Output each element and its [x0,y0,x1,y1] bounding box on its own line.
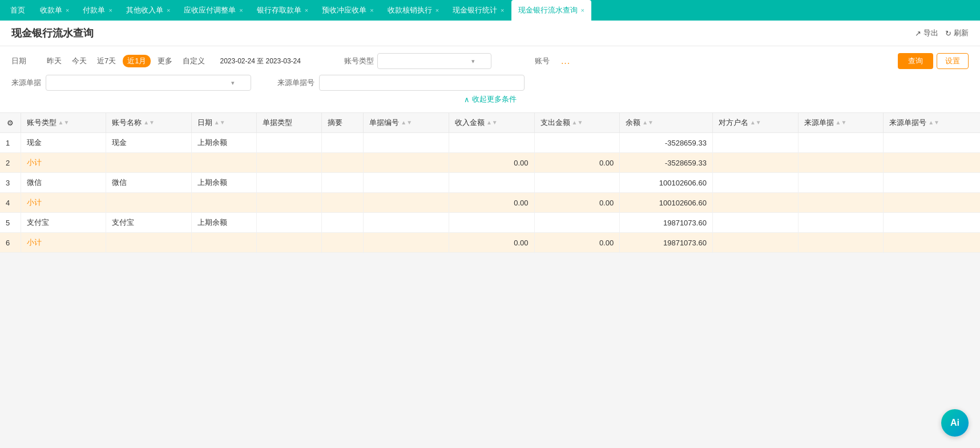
col-summary: 摘要 [321,113,363,133]
page-title: 现金银行流水查询 [11,26,94,40]
cell-income: 0.00 [449,153,534,173]
col-account-type[interactable]: 账号类型▲▼ [21,113,106,133]
nav-tab-8[interactable]: 现金银行流水查询 × [511,0,591,21]
sort-icon: ▲▼ [401,120,412,126]
nav-tab-7[interactable]: 现金银行统计 × [446,0,511,21]
cell-income [449,133,534,153]
close-icon[interactable]: × [435,7,439,14]
cell-counterparty [712,193,798,213]
source-doc-select[interactable]: ▾ [46,75,251,91]
cell-date [191,233,256,253]
date-opt-yesterday[interactable]: 昨天 [43,55,65,67]
source-doc-number-input[interactable] [319,75,525,91]
cell-account-name: 现金 [106,133,192,153]
close-icon[interactable]: × [108,7,112,14]
table-row: 4小计0.000.00100102606.60 [0,193,980,213]
date-options: 昨天 今天 近7天 近1月 更多 自定义 [43,55,208,67]
close-icon[interactable]: × [370,7,373,14]
cell-account-name [106,153,192,173]
nav-tab-4[interactable]: 银行存取款单 × [250,0,315,21]
table-row: 5支付宝支付宝上期余额19871073.60 [0,213,980,233]
col-source-doc[interactable]: 来源单据▲▼ [798,113,884,133]
cell-doc-number [364,233,449,253]
col-account-name[interactable]: 账号名称▲▼ [106,113,192,133]
col-doc-number[interactable]: 单据编号▲▼ [364,113,449,133]
export-button[interactable]: ↗ 导出 [915,28,938,38]
close-icon[interactable]: × [239,7,243,14]
table-header-row: ⚙ 账号类型▲▼ 账号名称▲▼ 日期▲▼ 单据类型 摘要 单据编号▲▼ 收入金额… [0,113,980,133]
source-doc-number-filter: 来源单据号 [277,75,525,91]
refresh-button[interactable]: ↻ 刷新 [945,28,969,38]
source-doc-filter: 来源单据 ▾ [11,75,251,91]
cell-account-name [106,233,192,253]
cell-summary [321,153,363,173]
cell-income [449,213,534,233]
nav-tab-1[interactable]: 付款单 × [76,0,119,21]
date-range-display: 2023-02-24 至 2023-03-24 [220,56,300,66]
date-opt-today[interactable]: 今天 [68,55,90,67]
cell-account-type: 微信 [21,173,106,193]
col-source-doc-number[interactable]: 来源单据号▲▼ [884,113,980,133]
date-opt-custom[interactable]: 自定义 [179,55,208,67]
cell-account-name: 支付宝 [106,213,192,233]
col-balance[interactable]: 余额▲▼ [620,113,713,133]
chevron-down-icon: ▾ [471,58,475,65]
date-label: 日期 [11,56,34,66]
cell-source-doc-number [884,233,980,253]
close-icon[interactable]: × [167,7,170,14]
cell-balance: 100102606.60 [620,193,713,213]
table-row: 3微信微信上期余额100102606.60 [0,173,980,193]
nav-tab-3[interactable]: 应收应付调整单 × [177,0,249,21]
nav-tab-5[interactable]: 预收冲应收单 × [315,0,380,21]
row-number: 5 [0,213,21,233]
collapse-filter-bar[interactable]: ∧ 收起更多条件 [11,91,969,106]
cell-doc-type [256,213,321,233]
nav-home[interactable]: 首页 [2,0,33,21]
col-expense[interactable]: 支出金额▲▼ [534,113,620,133]
cell-date [191,193,256,213]
date-opt-1month[interactable]: 近1月 [123,55,151,67]
cell-expense: 0.00 [534,153,620,173]
account-type-filter: 账号类型 ▾ [344,53,491,69]
cell-account-name: 微信 [106,173,192,193]
col-date[interactable]: 日期▲▼ [191,113,256,133]
cell-doc-type [256,153,321,173]
cell-summary [321,233,363,253]
account-dots-button[interactable]: ... [561,56,570,66]
cell-expense [534,173,620,193]
cell-expense: 0.00 [534,233,620,253]
sort-icon: ▲▼ [572,120,583,126]
date-opt-7days[interactable]: 近7天 [94,55,119,67]
col-gear[interactable]: ⚙ [0,113,21,133]
table-row: 2小计0.000.00-3528659.33 [0,153,980,173]
nav-tab-6[interactable]: 收款核销执行 × [381,0,446,21]
cell-summary [321,193,363,213]
close-icon[interactable]: × [66,7,69,14]
header-actions: ↗ 导出 ↻ 刷新 [915,28,969,38]
nav-tab-0[interactable]: 收款单 × [33,0,76,21]
top-navigation: 首页 收款单 × 付款单 × 其他收入单 × 应收应付调整单 × 银行存取款单 … [0,0,980,21]
nav-tab-2[interactable]: 其他收入单 × [119,0,177,21]
cell-doc-number [364,133,449,153]
row-number: 4 [0,193,21,213]
cell-account-type: 现金 [21,133,106,153]
settings-button[interactable]: 设置 [937,53,969,69]
close-icon[interactable]: × [305,7,308,14]
cell-summary [321,133,363,153]
close-icon[interactable]: × [501,7,504,14]
cell-source-doc-number [884,193,980,213]
col-income[interactable]: 收入金额▲▼ [449,113,534,133]
date-opt-more[interactable]: 更多 [154,55,176,67]
cell-expense: 0.00 [534,193,620,213]
cell-counterparty [712,213,798,233]
gear-icon: ⚙ [7,119,14,127]
close-icon[interactable]: × [581,7,584,14]
page-header: 现金银行流水查询 ↗ 导出 ↻ 刷新 [0,21,980,46]
collapse-icon: ∧ [464,95,470,104]
cell-summary [321,213,363,233]
account-type-select[interactable]: ▾ [377,53,491,69]
col-counterparty[interactable]: 对方户名▲▼ [712,113,798,133]
query-button[interactable]: 查询 [898,53,933,69]
cell-source-doc [798,193,884,213]
cell-account-name [106,193,192,213]
